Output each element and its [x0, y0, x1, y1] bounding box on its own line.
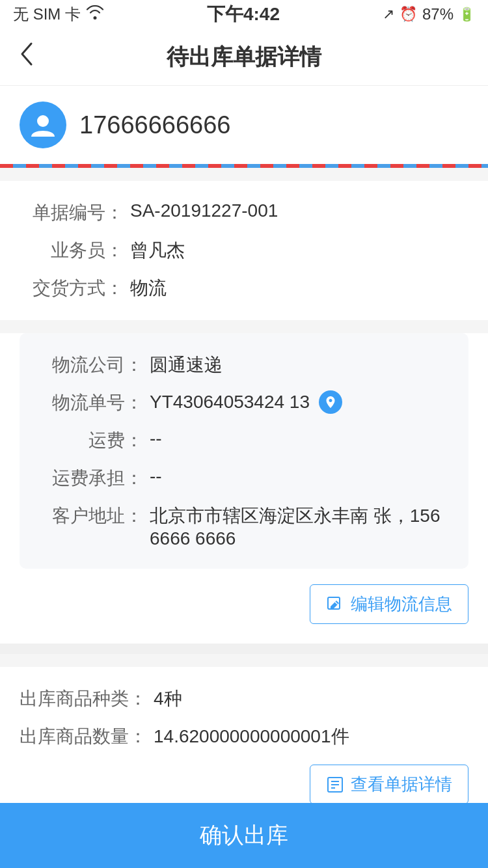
- goods-quantity-label: 出库商品数量：: [20, 724, 147, 749]
- logistics-card: 物流公司： 圆通速递 物流单号： YT43064053424 13 运费： --…: [20, 333, 468, 569]
- view-detail-label: 查看单据详情: [351, 773, 452, 796]
- time-label: 下午4:42: [207, 2, 280, 27]
- location-arrow-icon: ↗: [383, 6, 394, 23]
- customer-phone: 17666666666: [79, 111, 230, 139]
- delivery-row: 交货方式： 物流: [20, 276, 468, 301]
- order-number-row: 单据编号： SA-20191227-001: [20, 200, 468, 225]
- delivery-label: 交货方式：: [20, 276, 124, 301]
- freight-value: --: [150, 428, 449, 449]
- status-bar: 无 SIM 卡 下午4:42 ↗ ⏰ 87% 🔋: [0, 0, 488, 29]
- edit-btn-row: 编辑物流信息: [20, 584, 468, 624]
- status-left: 无 SIM 卡: [13, 4, 104, 25]
- company-row: 物流公司： 圆通速递: [39, 353, 449, 377]
- delivery-value: 物流: [130, 276, 468, 301]
- salesman-value: 曾凡杰: [130, 238, 468, 263]
- view-btn-row: 查看单据详情: [20, 765, 468, 804]
- goods-quantity-row: 出库商品数量： 14.620000000000001件: [20, 724, 468, 749]
- freight-bearer-label: 运费承担：: [39, 466, 143, 491]
- tracking-location-icon[interactable]: [319, 390, 342, 414]
- goods-section: 出库商品种类： 4种 出库商品数量： 14.620000000000001件 查…: [0, 667, 488, 824]
- edit-logistics-button[interactable]: 编辑物流信息: [310, 584, 468, 624]
- status-right: ↗ ⏰ 87% 🔋: [383, 5, 475, 23]
- order-number-value: SA-20191227-001: [130, 200, 468, 221]
- goods-types-row: 出库商品种类： 4种: [20, 686, 468, 711]
- customer-card: 17666666666: [0, 86, 488, 164]
- battery-label: 87%: [422, 5, 454, 23]
- wifi-icon: [86, 5, 104, 23]
- address-value: 北京市市辖区海淀区永丰南 张，156 6666 6666: [150, 504, 449, 549]
- svg-point-0: [37, 115, 49, 127]
- freight-row: 运费： --: [39, 428, 449, 453]
- company-label: 物流公司：: [39, 353, 143, 377]
- avatar: [20, 102, 66, 148]
- nav-bar: 待出库单据详情: [0, 29, 488, 86]
- salesman-row: 业务员： 曾凡杰: [20, 238, 468, 263]
- page-title: 待出库单据详情: [167, 42, 321, 72]
- freight-bearer-row: 运费承担： --: [39, 466, 449, 491]
- goods-types-label: 出库商品种类：: [20, 686, 147, 711]
- tracking-label: 物流单号：: [39, 390, 143, 415]
- logistics-section: 物流公司： 圆通速递 物流单号： YT43064053424 13 运费： --…: [0, 333, 488, 644]
- tracking-row: 物流单号： YT43064053424 13: [39, 390, 449, 415]
- address-label: 客户地址：: [39, 504, 143, 528]
- freight-label: 运费：: [39, 428, 143, 453]
- order-info-section: 单据编号： SA-20191227-001 业务员： 曾凡杰 交货方式： 物流: [0, 181, 488, 320]
- dashed-divider: [0, 164, 488, 168]
- back-button[interactable]: [20, 41, 35, 73]
- goods-quantity-value: 14.620000000000001件: [154, 724, 468, 749]
- battery-icon: 🔋: [459, 7, 475, 22]
- separator-1: [0, 644, 488, 654]
- carrier-label: 无 SIM 卡: [13, 4, 81, 25]
- tracking-value: YT43064053424 13: [150, 390, 449, 414]
- goods-types-value: 4种: [154, 686, 468, 711]
- salesman-label: 业务员：: [20, 238, 124, 263]
- view-detail-button[interactable]: 查看单据详情: [310, 765, 468, 804]
- alarm-icon: ⏰: [400, 6, 417, 23]
- address-row: 客户地址： 北京市市辖区海淀区永丰南 张，156 6666 6666: [39, 504, 449, 549]
- edit-logistics-label: 编辑物流信息: [351, 593, 452, 616]
- confirm-button-label: 确认出库: [200, 821, 288, 850]
- confirm-button[interactable]: 确认出库: [0, 803, 488, 868]
- freight-bearer-value: --: [150, 466, 449, 487]
- company-value: 圆通速递: [150, 353, 449, 377]
- order-number-label: 单据编号：: [20, 200, 124, 225]
